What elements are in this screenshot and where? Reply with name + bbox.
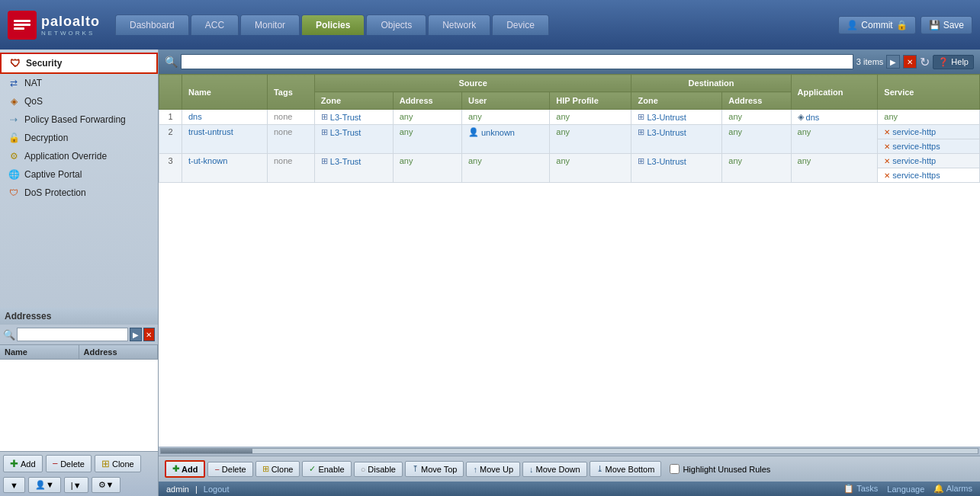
- row-tags: none: [267, 110, 314, 125]
- row-dst-zone: ⊞ L3-Untrust: [631, 110, 722, 125]
- sidebar-action-dropdown-1[interactable]: ▼: [3, 477, 25, 493]
- row-service: ✕ service-http: [878, 125, 980, 139]
- dos-icon: 🛡: [8, 187, 20, 199]
- add-button[interactable]: ✚ Add: [165, 460, 205, 478]
- service-icon: ✕: [884, 142, 890, 151]
- add-toolbar-icon: ✚: [172, 464, 179, 474]
- row-src-user: 👤 unknown: [461, 125, 549, 154]
- save-button[interactable]: 💾 Save: [921, 16, 972, 34]
- zone-icon: ⊞: [321, 127, 328, 137]
- alarms-icon: 🔔: [933, 484, 944, 493]
- sidebar: 🛡 Security ⇄ NAT ◈ QoS ⇢ Policy Based Fo…: [0, 50, 159, 496]
- col-tags: Tags: [267, 75, 314, 110]
- sidebar-clone-button[interactable]: ⊞ Clone: [95, 455, 141, 472]
- row-num: 2: [159, 125, 182, 154]
- delete-button[interactable]: − Delete: [207, 462, 252, 477]
- tab-policies[interactable]: Policies: [301, 14, 365, 35]
- col-src-address: Address: [393, 92, 461, 110]
- addresses-label: Addresses: [0, 308, 158, 325]
- move-top-icon: ⤒: [412, 464, 419, 474]
- service-icon: ✕: [884, 128, 890, 136]
- col-dest-group: Destination: [631, 75, 791, 92]
- service-icon: ✕: [884, 157, 890, 165]
- sidebar-item-security[interactable]: 🛡 Security: [0, 53, 158, 74]
- tab-acc[interactable]: ACC: [191, 14, 239, 35]
- row-hip: any: [550, 125, 631, 154]
- language-link[interactable]: Language: [887, 485, 924, 494]
- row-application: any: [791, 125, 878, 154]
- addr-col-address: Address: [79, 345, 159, 359]
- row-service: any: [878, 110, 980, 125]
- captive-icon: 🌐: [8, 168, 20, 181]
- move-up-button[interactable]: ↑ Move Up: [466, 462, 520, 477]
- addresses-search-input[interactable]: [17, 328, 128, 341]
- admin-label: admin: [166, 485, 189, 494]
- tab-dashboard[interactable]: Dashboard: [115, 14, 189, 35]
- col-source-group: Source: [314, 75, 631, 92]
- table-row: 2 trust-untrust none ⊞ L3-Trust any: [159, 125, 980, 139]
- alarms-link[interactable]: 🔔 Alarms: [933, 484, 972, 494]
- help-button[interactable]: ❓ Help: [933, 55, 974, 69]
- sidebar-item-nat[interactable]: ⇄ NAT: [0, 74, 158, 92]
- help-circle-icon: ❓: [938, 57, 949, 66]
- refresh-button[interactable]: ↻: [920, 55, 930, 69]
- enable-button[interactable]: ✓ Enable: [302, 461, 351, 477]
- status-bar: admin | Logout 📋 Tasks Language 🔔 Alarms: [159, 482, 980, 496]
- sidebar-item-dos-protection[interactable]: 🛡 DoS Protection: [0, 184, 158, 202]
- panel-search-input[interactable]: [181, 54, 853, 69]
- sidebar-item-decryption[interactable]: 🔓 Decryption: [0, 129, 158, 147]
- highlight-unused-checkbox[interactable]: [670, 464, 680, 474]
- disable-button[interactable]: ○ Disable: [354, 462, 403, 477]
- scrollbar-thumb[interactable]: [161, 449, 252, 453]
- table-row: 3 t-ut-known none ⊞ L3-Trust any any any: [159, 154, 980, 168]
- zone-icon: ⊞: [638, 112, 644, 122]
- col-num: [159, 75, 182, 110]
- horizontal-scrollbar[interactable]: [159, 446, 980, 456]
- highlight-unused-container: Highlight Unused Rules: [670, 464, 770, 474]
- move-top-button[interactable]: ⤒ Move Top: [405, 461, 464, 477]
- commit-button[interactable]: 👤 Commit 🔒: [838, 16, 915, 34]
- move-down-button[interactable]: ↓ Move Down: [522, 462, 587, 477]
- col-hip: HIP Profile: [550, 92, 631, 110]
- row-dst-address: any: [722, 125, 791, 154]
- row-src-user: any: [461, 154, 549, 183]
- bottom-toolbar: ✚ Add − Delete ⊞ Clone ✓ Enable ○ Disabl…: [159, 456, 980, 482]
- tab-objects[interactable]: Objects: [366, 14, 426, 35]
- row-src-zone: ⊞ L3-Trust: [314, 154, 393, 183]
- row-service: ✕ service-https: [878, 168, 980, 183]
- shield-icon: 🛡: [9, 57, 21, 69]
- panel-search-close[interactable]: ✕: [903, 55, 917, 69]
- save-icon: 💾: [929, 20, 940, 30]
- panel-search-forward[interactable]: ▶: [886, 55, 900, 69]
- row-src-user: any: [461, 110, 549, 125]
- sidebar-item-policy-based-forwarding[interactable]: ⇢ Policy Based Forwarding: [0, 110, 158, 129]
- policy-icon: ⇢: [8, 114, 20, 126]
- sidebar-item-qos[interactable]: ◈ QoS: [0, 92, 158, 110]
- status-right: 📋 Tasks Language 🔔 Alarms: [843, 484, 972, 494]
- sidebar-delete-button[interactable]: − Delete: [46, 455, 92, 472]
- sidebar-item-captive-portal[interactable]: 🌐 Captive Portal: [0, 165, 158, 184]
- tab-network[interactable]: Network: [428, 14, 490, 35]
- right-panel: 🔍 3 items ▶ ✕ ↻ ❓ Help Name Tags: [159, 50, 980, 496]
- row-name: trust-untrust: [182, 125, 268, 154]
- move-bottom-button[interactable]: ⤓ Move Bottom: [590, 461, 662, 477]
- sidebar-footer: ✚ Add − Delete ⊞ Clone ▼ 👤▼ |▼ ⚙▼: [0, 451, 158, 496]
- sidebar-action-dropdown-2[interactable]: 👤▼: [28, 477, 61, 493]
- decrypt-icon: 🔓: [8, 132, 20, 144]
- tab-device[interactable]: Device: [492, 14, 549, 35]
- enable-toolbar-icon: ✓: [309, 464, 316, 474]
- sidebar-action-dropdown-3[interactable]: |▼: [64, 477, 88, 493]
- disable-toolbar-icon: ○: [361, 465, 366, 474]
- sidebar-action-dropdown-4[interactable]: ⚙▼: [92, 477, 121, 493]
- addresses-search-close[interactable]: ✕: [143, 328, 156, 341]
- col-application: Application: [791, 75, 878, 110]
- clone-button[interactable]: ⊞ Clone: [255, 461, 300, 477]
- tab-monitor[interactable]: Monitor: [240, 14, 300, 35]
- sidebar-add-button[interactable]: ✚ Add: [3, 455, 43, 472]
- addresses-search-forward[interactable]: ▶: [130, 328, 142, 341]
- sidebar-item-application-override[interactable]: ⚙ Application Override: [0, 147, 158, 165]
- logout-link[interactable]: Logout: [204, 485, 230, 494]
- tasks-link[interactable]: 📋 Tasks: [843, 484, 878, 494]
- sidebar-nav: 🛡 Security ⇄ NAT ◈ QoS ⇢ Policy Based Fo…: [0, 50, 158, 308]
- zone-icon: ⊞: [638, 127, 644, 137]
